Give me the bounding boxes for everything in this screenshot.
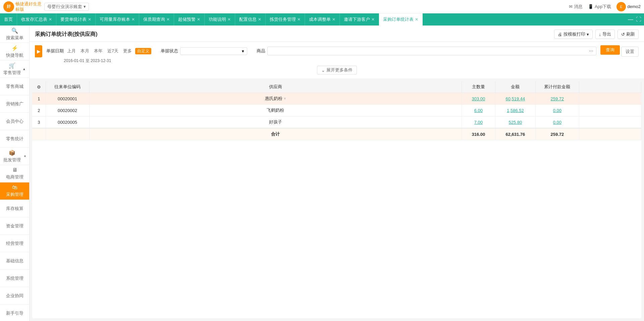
tab-expiry[interactable]: 保质期查询 ✕ xyxy=(139,13,174,25)
sidebar-item-retail-mall[interactable]: 零售商城 xyxy=(0,78,29,95)
row-code: 00020002 xyxy=(46,105,89,116)
goods-more-icon[interactable]: ··· xyxy=(589,48,593,54)
footer-amount: 62,631.76 xyxy=(495,128,535,140)
print-button[interactable]: 🖨 按模板打印 ▾ xyxy=(554,30,593,39)
tab-home[interactable]: 首页 xyxy=(0,13,17,25)
sidebar-item-newbie[interactable]: 新手引导 xyxy=(0,305,29,321)
tab-config[interactable]: 配置信息 ✕ xyxy=(235,13,266,25)
date-this-year[interactable]: 本年 xyxy=(93,47,104,55)
tab-overstock[interactable]: 超储预警 ✕ xyxy=(174,13,205,25)
purchase-icon: 🛍 xyxy=(12,184,17,191)
amount-link[interactable]: 1,586.52 xyxy=(507,108,524,113)
sidebar-item-wholesale[interactable]: 📦 批发管理 ▾ xyxy=(0,148,29,165)
tab-close-icon[interactable]: ✕ xyxy=(258,17,261,22)
qty-link[interactable]: 7.00 xyxy=(474,120,483,125)
logo-icon: 好 xyxy=(3,1,14,12)
supplier-expand-icon[interactable]: ▾ xyxy=(284,96,286,101)
col-settings[interactable]: ⚙ xyxy=(32,81,46,93)
row-index: 2 xyxy=(32,105,46,116)
tab-purchase-order-stats[interactable]: 采购订单统计表 ✕ xyxy=(379,13,423,25)
date-last-month[interactable]: 上月 xyxy=(66,47,77,55)
qty-link[interactable]: 303.00 xyxy=(472,96,485,101)
top-bar-left: 好 畅捷通好生意 标版 母婴行业演示账套 ▾ xyxy=(3,1,89,12)
tab-purchase-stats[interactable]: 要货单统计表 ✕ xyxy=(56,13,96,25)
sidebar-item-system[interactable]: 系统管理 xyxy=(0,270,29,287)
tab-close-icon[interactable]: ✕ xyxy=(371,17,375,22)
tab-close-icon[interactable]: ✕ xyxy=(415,17,418,22)
sidebar-item-operations[interactable]: 经营管理 xyxy=(0,235,29,252)
user-area[interactable]: E demo2 xyxy=(616,2,641,11)
tab-close-icon[interactable]: ✕ xyxy=(131,17,135,22)
tab-close-icon[interactable]: ✕ xyxy=(166,17,170,22)
date-more[interactable]: 更多 xyxy=(122,47,133,55)
tab-receive[interactable]: 收发存汇总表 ✕ xyxy=(17,13,56,25)
tab-close-icon[interactable]: ✕ xyxy=(88,17,91,22)
tab-close-icon[interactable]: ✕ xyxy=(197,17,200,22)
date-this-month[interactable]: 本月 xyxy=(79,47,91,55)
expand-button[interactable]: ⌄ 展开更多条件 xyxy=(317,66,357,74)
row-index: 3 xyxy=(32,116,46,128)
row-paid: 0.00 xyxy=(535,105,579,116)
sidebar-item-purchase[interactable]: 🛍 采购管理 xyxy=(0,182,29,200)
table-row: 3 00020005 好孩子 7.00 525.80 0.00 xyxy=(32,116,641,128)
ecommerce-icon: 🖥 xyxy=(12,167,17,173)
amount-link[interactable]: 60,519.44 xyxy=(506,96,525,101)
tab-inventory[interactable]: 可用量库存账本 ✕ xyxy=(96,13,139,25)
query-actions: 查询 设置 xyxy=(600,45,639,57)
row-qty: 303.00 xyxy=(462,93,495,105)
message-button[interactable]: ✉ 消息 xyxy=(569,4,583,10)
paid-link[interactable]: 259.72 xyxy=(551,96,564,101)
row-supplier: 好孩子 xyxy=(89,116,462,128)
tab-picking[interactable]: 拣货任务管理 ✕ xyxy=(266,13,305,25)
filter-toggle-button[interactable]: ▶ xyxy=(35,45,42,57)
table-container: ⚙ 往来单位编码 供应商 主数量 金额 累计付款金额 1 00020001 xyxy=(32,81,641,318)
date-custom-tag[interactable]: 自定义 xyxy=(135,48,151,54)
goods-label: 商品 xyxy=(257,48,265,54)
paid-link[interactable]: 0.00 xyxy=(553,120,561,125)
sidebar-item-inventory-check[interactable]: 库存核算 xyxy=(0,200,29,217)
amount-link[interactable]: 525.80 xyxy=(509,120,522,125)
row-amount: 1,586.52 xyxy=(495,105,535,116)
sidebar-item-marketing[interactable]: 营销推广 xyxy=(0,95,29,113)
date-label: 单据日期 xyxy=(46,48,64,54)
message-icon: ✉ xyxy=(569,4,573,9)
status-select[interactable]: ▾ xyxy=(180,47,247,55)
print-dropdown-icon: ▾ xyxy=(587,32,589,37)
sidebar-item-member[interactable]: 会员中心 xyxy=(0,113,29,130)
sidebar: 🔍 搜索菜单 ⚡ 快捷导航 🛒 零售管理 ▲ 零售商城 营销推广 会员中心 零售… xyxy=(0,25,30,321)
export-button[interactable]: ↓ 导出 xyxy=(595,30,615,39)
date-7days[interactable]: 近7天 xyxy=(106,47,120,55)
page-title: 采购订单统计表(按供应商) xyxy=(35,31,98,38)
paid-link[interactable]: 0.00 xyxy=(553,108,561,113)
workspace-selector[interactable]: 母婴行业演示账套 ▾ xyxy=(44,3,89,11)
tab-close-icon[interactable]: ✕ xyxy=(49,17,52,22)
sidebar-item-finance[interactable]: 资金管理 xyxy=(0,217,29,235)
sidebar-item-enterprise[interactable]: 企业协同 xyxy=(0,287,29,305)
sidebar-item-quicknav[interactable]: ⚡ 快捷导航 xyxy=(0,43,29,60)
refresh-button[interactable]: ↺ 刷新 xyxy=(618,30,639,39)
tab-minimize-icon[interactable]: — xyxy=(628,16,633,22)
tab-cost-adjust[interactable]: 成本调整单 ✕ xyxy=(305,13,340,25)
tab-close-icon[interactable]: ✕ xyxy=(297,17,301,22)
sidebar-item-search[interactable]: 🔍 搜索菜单 xyxy=(0,25,29,43)
chevron-down-icon: ▾ xyxy=(84,4,86,9)
sidebar-item-basic-info[interactable]: 基础信息 xyxy=(0,252,29,270)
sidebar-item-retail[interactable]: 🛒 零售管理 ▲ xyxy=(0,60,29,78)
tab-close-icon[interactable]: ✕ xyxy=(332,17,335,22)
tab-invite[interactable]: 邀请下游客户 ✕ xyxy=(340,13,379,25)
tab-maximize-icon[interactable]: ⛶ xyxy=(636,16,641,22)
col-header-code: 往来单位编码 xyxy=(46,81,89,93)
tab-function[interactable]: 功能说明 ✕ xyxy=(205,13,235,25)
app-download-button[interactable]: 📱 App下载 xyxy=(588,4,611,10)
page-header: 采购订单统计表(按供应商) 🖨 按模板打印 ▾ ↓ 导出 ↺ 刷新 xyxy=(30,25,644,42)
settings-button[interactable]: 设置 xyxy=(621,47,639,57)
goods-input[interactable] xyxy=(270,49,589,54)
sidebar-item-ecommerce[interactable]: 🖥 电商管理 xyxy=(0,165,29,182)
tab-close-icon[interactable]: ✕ xyxy=(227,17,231,22)
qty-link[interactable]: 6.00 xyxy=(474,108,483,113)
query-button[interactable]: 查询 xyxy=(600,45,620,55)
status-label: 单据状态 xyxy=(161,48,178,54)
table-row: 2 00020002 飞鹤奶粉 6.00 1,586.52 0.00 xyxy=(32,105,641,116)
print-icon: 🖨 xyxy=(558,32,562,37)
sidebar-item-retail-stats[interactable]: 零售统计 xyxy=(0,130,29,148)
